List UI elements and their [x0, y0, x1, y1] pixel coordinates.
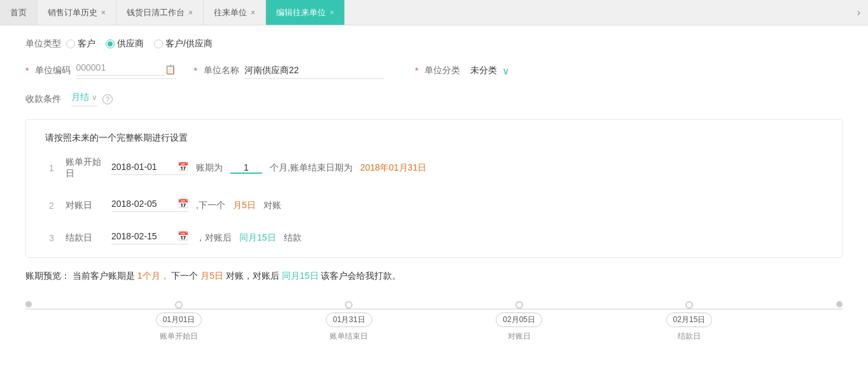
unit-category-label: 单位分类	[424, 65, 460, 76]
payment-condition-row: 收款条件 月结 ∨ ?	[25, 92, 843, 106]
radio-supplier-label: 供应商	[117, 38, 144, 50]
tab-edit-partner-close[interactable]: ×	[330, 8, 334, 17]
timeline-right-dot	[836, 301, 843, 307]
period-row-2-desc-before: ,下一个	[196, 200, 225, 211]
timeline-node-3-label: 对账日	[508, 331, 531, 342]
unit-name-required: *	[193, 66, 197, 76]
radio-customer-label: 客户	[78, 38, 95, 50]
timeline-node-1-dot	[175, 301, 183, 309]
period-row-3-date-field[interactable]: 2018-02-15	[111, 231, 175, 241]
tab-home-label: 首页	[10, 7, 27, 18]
period-card-title: 请按照未来的一个完整帐期进行设置	[45, 132, 823, 144]
radio-both-label: 客户/供应商	[165, 38, 213, 50]
timeline-node-2-label: 账单结束日	[330, 331, 368, 342]
period-row-2-calendar-icon[interactable]: 📅	[178, 199, 188, 209]
tab-sales-history-close[interactable]: ×	[101, 8, 106, 17]
tab-cash-work[interactable]: 钱货日清工作台 ×	[116, 0, 204, 25]
unit-category-arrow-icon: ∨	[502, 65, 510, 77]
tab-partner-label: 往来单位	[214, 7, 247, 18]
period-row-3-desc-before: ，对账后	[196, 232, 232, 244]
tab-edit-partner-label: 编辑往来单位	[276, 7, 326, 18]
payment-condition-arrow-icon: ∨	[92, 93, 97, 102]
period-row-1-num: 1	[45, 163, 58, 173]
unit-name-label: 单位名称	[204, 65, 239, 76]
period-month-input[interactable]: 1	[230, 162, 262, 174]
timeline-node-4-label: 结款日	[678, 331, 701, 342]
timeline-node-1-label: 账单开始日	[160, 331, 198, 342]
tab-home[interactable]: 首页	[0, 0, 38, 25]
period-row-2-highlight-day: 月5日	[233, 200, 256, 211]
timeline-left-dot	[25, 301, 32, 307]
timeline-node-3: 02月05日 对账日	[496, 301, 542, 342]
radio-both[interactable]: 客户/供应商	[154, 38, 213, 50]
period-row-3-desc-after: 结款	[284, 232, 302, 244]
period-row-1: 1 账单开始日 2018-01-01 📅 账期为 1 个月,账单结束日期为 20…	[45, 157, 823, 179]
tab-sales-history-label: 销售订单历史	[48, 7, 97, 18]
account-preview-highlight3: 同月15日	[282, 271, 319, 281]
unit-name-input[interactable]: 河南供应商22	[244, 63, 384, 79]
timeline-items: 01月01日 账单开始日 01月31日 账单结束日 02月05日 对账日 02月…	[25, 301, 843, 342]
timeline-node-2: 01月31日 账单结束日	[326, 301, 372, 342]
unit-type-radio-group: 客户 供应商 客户/供应商	[66, 38, 213, 50]
period-row-3-date-input: 2018-02-15 📅	[111, 231, 188, 244]
period-row-1-date-field[interactable]: 2018-01-01	[111, 162, 175, 172]
period-row-2-date-input: 2018-02-05 📅	[111, 199, 188, 212]
radio-customer[interactable]: 客户	[66, 38, 95, 50]
unit-code-input[interactable]: 000001	[76, 62, 165, 76]
unit-code-required: *	[25, 66, 29, 76]
help-icon[interactable]: ?	[102, 94, 113, 104]
tab-edit-partner[interactable]: 编辑往来单位 ×	[266, 0, 345, 25]
period-row-3-label: 结款日	[66, 232, 104, 244]
period-row-2-label: 对账日	[66, 200, 104, 211]
radio-both-circle	[154, 39, 163, 48]
period-row-3-num: 3	[45, 233, 58, 243]
unit-code-field: 000001 📋	[76, 62, 176, 79]
timeline: 01月01日 账单开始日 01月31日 账单结束日 02月05日 对账日 02月…	[25, 295, 843, 361]
tab-partner[interactable]: 往来单位 ×	[204, 0, 266, 25]
tab-cash-work-close[interactable]: ×	[188, 8, 193, 17]
period-row-1-label: 账单开始日	[66, 157, 104, 179]
radio-supplier-circle	[106, 39, 115, 48]
tab-partner-close[interactable]: ×	[251, 8, 255, 17]
unit-category-select[interactable]: 未分类 ∨	[470, 65, 510, 77]
tab-cash-work-label: 钱货日清工作台	[127, 7, 185, 18]
period-row-2-date-field[interactable]: 2018-02-05	[111, 199, 175, 209]
period-row-3-calendar-icon[interactable]: 📅	[178, 231, 188, 241]
period-row-1-desc-after: 个月,账单结束日期为	[270, 162, 353, 174]
period-card: 请按照未来的一个完整帐期进行设置 1 账单开始日 2018-01-01 📅 账期…	[25, 119, 843, 258]
timeline-node-4-dot	[685, 301, 693, 309]
timeline-node-1: 01月01日 账单开始日	[156, 301, 202, 342]
period-row-2-num: 2	[45, 201, 58, 211]
tab-bar: 首页 销售订单历史 × 钱货日清工作台 × 往来单位 × 编辑往来单位 × ›	[0, 0, 868, 25]
timeline-node-3-tag: 02月05日	[496, 313, 542, 327]
account-preview-text-end: 该客户会给我打款。	[321, 271, 401, 281]
account-preview-text-mid2: 对账，对账后	[226, 271, 279, 281]
unit-category-value: 未分类	[470, 65, 497, 76]
timeline-node-2-dot	[345, 301, 353, 309]
timeline-node-3-dot	[515, 301, 523, 309]
period-row-1-calendar-icon[interactable]: 📅	[178, 162, 188, 172]
timeline-node-4: 02月15日 结款日	[666, 301, 713, 342]
period-row-2-desc-after: 对账	[263, 200, 281, 211]
payment-condition-select[interactable]: 月结 ∨	[71, 92, 97, 106]
unit-code-icon[interactable]: 📋	[165, 64, 176, 74]
period-row-1-desc-before: 账期为	[196, 162, 223, 174]
account-preview-highlight2: 月5日	[200, 271, 223, 281]
payment-condition-label: 收款条件	[25, 94, 61, 105]
period-row-2: 2 对账日 2018-02-05 📅 ,下一个 月5日 对账	[45, 199, 823, 212]
unit-code-label: 单位编码	[35, 65, 71, 76]
unit-info-row: * 单位编码 000001 📋 * 单位名称 河南供应商22 * 单位分类 未分…	[25, 62, 843, 79]
radio-supplier[interactable]: 供应商	[106, 38, 144, 50]
radio-customer-circle	[66, 39, 75, 48]
period-row-3: 3 结款日 2018-02-15 📅 ，对账后 同月15日 结款	[45, 231, 823, 244]
account-preview-label: 账期预览：	[25, 271, 70, 281]
timeline-node-1-tag: 01月01日	[156, 313, 202, 327]
account-preview-text-before: 当前客户账期是	[73, 271, 135, 281]
main-content: 单位类型 客户 供应商 客户/供应商 * 单位编码 000001 📋 * 单位名…	[0, 25, 868, 387]
payment-condition-value: 月结	[71, 92, 89, 103]
account-preview-highlight1: 1个月，	[137, 271, 169, 281]
account-preview-text-mid: 下一个	[171, 271, 198, 281]
account-preview: 账期预览： 当前客户账期是 1个月， 下一个 月5日 对账，对账后 同月15日 …	[25, 271, 843, 282]
tab-more-button[interactable]: ›	[850, 0, 868, 25]
tab-sales-history[interactable]: 销售订单历史 ×	[38, 0, 116, 25]
